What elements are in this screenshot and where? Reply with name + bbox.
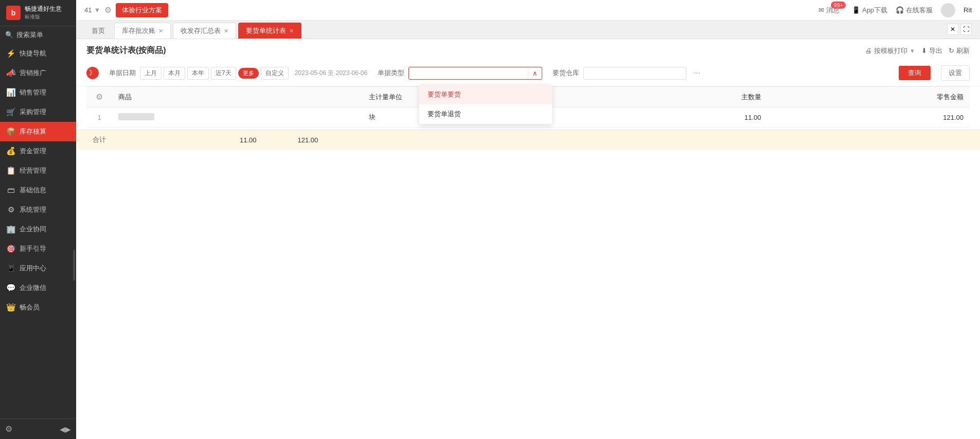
last-month-btn[interactable]: 上月 — [140, 67, 162, 80]
custom-date-btn[interactable]: 自定义 — [261, 67, 289, 80]
sidebar-item-quick-nav[interactable]: ⚡ 快捷导航 — [0, 44, 76, 63]
basic-info-icon: 🗃 — [6, 186, 15, 195]
content-area: 要货单统计表(按商品) 🖨 按模板打印 ▼ ⬇ 导出 ↻ 刷新 — [76, 39, 980, 439]
sidebar-collapse-icon[interactable]: ◀▶ — [60, 425, 71, 433]
filter-more-icon[interactable]: ··· — [690, 68, 703, 78]
sidebar-item-label: 资金管理 — [20, 147, 46, 156]
tabs-bar: 首页 库存批次账 ✕ 收发存汇总表 ✕ 要货单统计表 ✕ ✕ ⛶ — [76, 21, 980, 39]
col-goods: 商品 — [112, 87, 363, 107]
topbar: 41 ▼ ⚙ 体验行业方案 ✉ 消息 99+ 📱 App下载 🎧 在 — [76, 0, 980, 21]
settings-row-button[interactable]: 设置 — [941, 65, 970, 81]
app-download-btn[interactable]: 📱 App下载 — [852, 6, 887, 15]
last-7-days-btn[interactable]: 近7天 — [211, 67, 236, 80]
store-dropdown-icon: ▼ — [94, 6, 100, 14]
topbar-settings-icon[interactable]: ⚙ — [104, 5, 112, 15]
search-menu-label: 搜索菜单 — [16, 30, 43, 40]
message-badge: 99+ — [831, 2, 846, 9]
footer-amount-value: 121.00 — [298, 136, 318, 144]
app-version: 标准版 — [25, 13, 62, 21]
sidebar-item-sales[interactable]: 📊 销售管理 — [0, 83, 76, 102]
cell-amount: 121.00 — [768, 107, 970, 127]
sidebar-item-guide[interactable]: 🎯 新手引导 — [0, 239, 76, 259]
footer-label-group: 合计 — [93, 135, 106, 144]
print-btn[interactable]: 🖨 按模板打印 ▼ — [865, 46, 915, 56]
tab-order-stats[interactable]: 要货单统计表 ✕ — [238, 23, 301, 39]
tab-receivable-summary[interactable]: 收发存汇总表 ✕ — [173, 23, 236, 39]
topbar-left: 41 ▼ ⚙ 体验行业方案 — [84, 3, 812, 17]
tab-home[interactable]: 首页 — [84, 23, 112, 39]
refresh-label: 刷新 — [956, 46, 970, 56]
trial-button[interactable]: 体验行业方案 — [116, 3, 168, 17]
sidebar-item-label: 销售管理 — [20, 88, 46, 97]
main-area: 41 ▼ ⚙ 体验行业方案 ✉ 消息 99+ 📱 App下载 🎧 在 — [76, 0, 980, 439]
filter-bar: 》 单据日期 上月 本月 本年 近7天 更多 自定义 2023-05-06 至 … — [76, 60, 980, 86]
date-range-display: 2023-05-06 至 2023-06-06 — [295, 69, 367, 78]
messages-btn[interactable]: ✉ 消息 99+ — [818, 6, 840, 15]
col-settings: ⚙ — [86, 87, 112, 107]
sidebar-item-label: 经营管理 — [20, 166, 46, 175]
sidebar-item-finance[interactable]: 💰 资金管理 — [0, 141, 76, 161]
footer-quantity-value: 11.00 — [240, 136, 257, 144]
sidebar-item-inventory[interactable]: 📦 库存核算 — [0, 122, 76, 141]
footer-quantity-group: 11.00 — [240, 136, 257, 144]
sidebar-item-marketing[interactable]: 📣 营销推广 — [0, 63, 76, 83]
topbar-right: ✉ 消息 99+ 📱 App下载 🎧 在线客服 Rit — [818, 3, 972, 17]
type-filter-input[interactable] — [409, 67, 528, 79]
app-logo-icon: b — [6, 6, 21, 20]
type-filter-section: 单据类型 ∧ 要货单要货 要货单退货 — [378, 67, 542, 80]
more-dates-btn[interactable]: 更多 — [238, 68, 259, 79]
sidebar-item-app-center[interactable]: 📱 应用中心 — [0, 259, 76, 278]
store-selector[interactable]: 41 ▼ — [84, 6, 100, 14]
table-settings-icon[interactable]: ⚙ — [96, 93, 103, 101]
col-amount: 零售金额 — [768, 87, 970, 107]
user-avatar[interactable] — [941, 3, 955, 17]
dropdown-item-order-return[interactable]: 要货单退货 — [419, 104, 552, 124]
close-order-stats-icon[interactable]: ✕ — [289, 28, 294, 34]
service-icon: 🎧 — [896, 6, 904, 14]
quick-nav-icon: ⚡ — [6, 49, 15, 58]
warehouse-filter-input[interactable] — [583, 67, 686, 80]
sidebar-item-system[interactable]: ⚙ 系统管理 — [0, 200, 76, 220]
sidebar-scrollbar[interactable] — [73, 250, 75, 281]
page-actions: 🖨 按模板打印 ▼ ⬇ 导出 ↻ 刷新 — [865, 46, 970, 56]
this-year-btn[interactable]: 本年 — [187, 67, 209, 80]
type-filter-up-icon[interactable]: ∧ — [528, 67, 542, 79]
cell-row-num: 1 — [86, 107, 112, 127]
sidebar-item-basic-info[interactable]: 🗃 基础信息 — [0, 180, 76, 200]
dropdown-item-order-goods[interactable]: 要货单要货 — [419, 85, 552, 104]
app-download-label: App下载 — [862, 6, 887, 15]
tab-batch-account[interactable]: 库存批次账 ✕ — [114, 23, 171, 39]
export-icon: ⬇ — [921, 47, 927, 54]
query-button[interactable]: 查询 — [899, 66, 931, 80]
close-batch-account-icon[interactable]: ✕ — [158, 28, 163, 34]
type-filter-input-wrap: ∧ — [408, 67, 542, 80]
export-label: 导出 — [929, 46, 942, 56]
refresh-btn[interactable]: ↻ 刷新 — [949, 46, 970, 56]
type-dropdown: 要货单要货 要货单退货 — [419, 84, 553, 124]
this-month-btn[interactable]: 本月 — [164, 67, 185, 80]
page-header: 要货单统计表(按商品) 🖨 按模板打印 ▼ ⬇ 导出 ↻ 刷新 — [76, 39, 980, 60]
online-service-btn[interactable]: 🎧 在线客服 — [896, 6, 933, 15]
sidebar-item-label: 采购管理 — [20, 107, 46, 117]
sidebar-item-label: 企业微信 — [20, 283, 46, 292]
sidebar-item-member[interactable]: 👑 畅会员 — [0, 298, 76, 317]
sidebar-item-operations[interactable]: 📋 经营管理 — [0, 161, 76, 180]
sidebar-settings-icon[interactable]: ⚙ — [5, 424, 12, 434]
filter-expand-btn[interactable]: 》 — [86, 67, 99, 79]
system-icon: ⚙ — [6, 205, 15, 214]
sidebar-nav: ⚡ 快捷导航 📣 营销推广 📊 销售管理 🛒 采购管理 📦 库存核算 💰 — [0, 44, 76, 418]
close-receivable-icon[interactable]: ✕ — [224, 28, 228, 34]
download-icon: 📱 — [852, 6, 860, 14]
export-btn[interactable]: ⬇ 导出 — [921, 46, 942, 56]
col-quantity: 主数量 — [599, 87, 767, 107]
message-icon: ✉ — [818, 6, 824, 14]
inventory-icon: 📦 — [6, 127, 15, 136]
sidebar-item-label: 系统管理 — [20, 205, 46, 214]
tabs-close-all-btn[interactable]: ✕ — [947, 24, 958, 35]
page-title: 要货单统计表(按商品) — [86, 45, 166, 56]
sidebar-item-enterprise[interactable]: 🏢 企业协同 — [0, 220, 76, 239]
tabs-expand-btn[interactable]: ⛶ — [960, 24, 972, 35]
search-menu[interactable]: 🔍 搜索菜单 — [0, 26, 76, 44]
sidebar-item-purchase[interactable]: 🛒 采购管理 — [0, 102, 76, 122]
sidebar-item-wechat[interactable]: 💬 企业微信 — [0, 278, 76, 298]
